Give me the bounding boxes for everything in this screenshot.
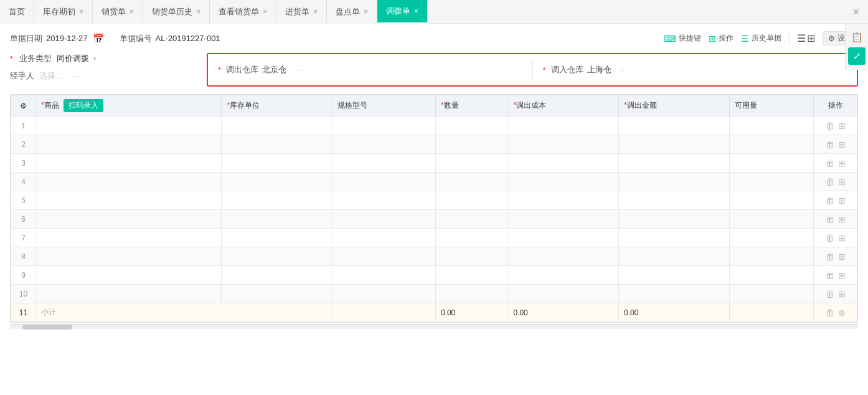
row-unit-9[interactable] — [222, 266, 333, 285]
row-amount-2[interactable] — [619, 135, 730, 154]
window-close-button[interactable]: × — [844, 0, 868, 24]
th-settings[interactable]: ⚙ — [11, 95, 36, 117]
tab-sales-order[interactable]: 销货单 × — [93, 0, 143, 24]
row-cost-2[interactable] — [508, 135, 619, 154]
scroll-thumb[interactable] — [22, 325, 72, 330]
row-spec-5[interactable] — [333, 191, 436, 210]
date-value[interactable]: 2019-12-27 — [46, 34, 88, 43]
delete-row-icon-8[interactable]: 🗑 — [826, 252, 834, 262]
tab-sales-order-close[interactable]: × — [130, 7, 134, 16]
copy-row-icon-1[interactable]: ⊞ — [838, 121, 846, 131]
delete-row-icon-10[interactable]: 🗑 — [826, 289, 834, 299]
row-amount-3[interactable] — [619, 154, 730, 173]
row-goods-7[interactable] — [36, 229, 222, 247]
operator-input[interactable]: 选择... — [39, 70, 62, 82]
row-amount-1[interactable] — [619, 117, 730, 135]
horizontal-scrollbar[interactable] — [10, 324, 858, 329]
row-available-6[interactable] — [729, 210, 813, 229]
copy-row-icon-10[interactable]: ⊞ — [838, 289, 846, 299]
tab-sales-history[interactable]: 销货单历史 × — [143, 0, 210, 24]
row-goods-4[interactable] — [36, 173, 222, 191]
row-amount-4[interactable] — [619, 173, 730, 191]
copy-row-icon-7[interactable]: ⊞ — [838, 233, 846, 243]
copy-row-icon-4[interactable]: ⊞ — [838, 177, 846, 187]
row-spec-3[interactable] — [333, 154, 436, 173]
row-qty-6[interactable] — [435, 210, 507, 229]
copy-row-icon-3[interactable]: ⊞ — [838, 158, 846, 168]
row-goods-10[interactable] — [36, 285, 222, 303]
row-goods-1[interactable] — [36, 117, 222, 135]
copy-row-icon-2[interactable]: ⊞ — [838, 140, 846, 150]
biz-type-select[interactable]: 同价调拨 ▾ — [57, 53, 97, 64]
row-available-5[interactable] — [729, 191, 813, 210]
row-goods-2[interactable] — [36, 135, 222, 154]
row-spec-9[interactable] — [333, 266, 436, 285]
delete-row-icon-2[interactable]: 🗑 — [826, 140, 834, 150]
row-qty-10[interactable] — [435, 285, 507, 303]
row-available-9[interactable] — [729, 266, 813, 285]
row-cost-3[interactable] — [508, 154, 619, 173]
calendar-icon[interactable]: 📅 — [93, 33, 105, 44]
delete-row-icon-3[interactable]: 🗑 — [826, 158, 834, 168]
row-available-1[interactable] — [729, 117, 813, 135]
tab-sales-history-close[interactable]: × — [196, 7, 200, 16]
row-unit-5[interactable] — [222, 191, 333, 210]
row-qty-7[interactable] — [435, 229, 507, 247]
layout-grid-icon[interactable]: ⊞ — [807, 32, 815, 44]
row-cost-1[interactable] — [508, 117, 619, 135]
row-amount-5[interactable] — [619, 191, 730, 210]
row-spec-10[interactable] — [333, 285, 436, 303]
row-qty-9[interactable] — [435, 266, 507, 285]
row-cost-6[interactable] — [508, 210, 619, 229]
row-amount-7[interactable] — [619, 229, 730, 247]
row-available-8[interactable] — [729, 247, 813, 266]
row-goods-6[interactable] — [36, 210, 222, 229]
biz-type-dropdown-icon[interactable]: ▾ — [93, 54, 97, 63]
row-qty-8[interactable] — [435, 247, 507, 266]
row-unit-8[interactable] — [222, 247, 333, 266]
delete-row-icon-9[interactable]: 🗑 — [826, 270, 834, 280]
shortcut-btn[interactable]: ⌨ 快捷键 — [664, 33, 701, 44]
row-unit-4[interactable] — [222, 173, 333, 191]
row-amount-9[interactable] — [619, 266, 730, 285]
row-cost-8[interactable] — [508, 247, 619, 266]
layout-lines-icon[interactable]: ☰ — [797, 32, 806, 44]
row-cost-7[interactable] — [508, 229, 619, 247]
row-available-2[interactable] — [729, 135, 813, 154]
tab-inventory-init[interactable]: 库存期初 × — [34, 0, 93, 24]
expand-sidebar-btn[interactable]: ⤢ — [848, 47, 866, 65]
row-goods-8[interactable] — [36, 247, 222, 266]
copy-icon[interactable]: ⊕ — [838, 308, 846, 318]
row-unit-6[interactable] — [222, 210, 333, 229]
delete-row-icon-5[interactable]: 🗑 — [826, 196, 834, 206]
delete-row-icon-7[interactable]: 🗑 — [826, 233, 834, 243]
in-warehouse-value[interactable]: 上海仓 — [587, 64, 611, 75]
delete-row-icon-1[interactable]: 🗑 — [826, 121, 834, 131]
row-qty-5[interactable] — [435, 191, 507, 210]
row-spec-1[interactable] — [333, 117, 436, 135]
row-cost-10[interactable] — [508, 285, 619, 303]
row-qty-2[interactable] — [435, 135, 507, 154]
row-qty-4[interactable] — [435, 173, 507, 191]
delete-icon[interactable]: 🗑 — [826, 308, 834, 318]
row-amount-8[interactable] — [619, 247, 730, 266]
copy-row-icon-5[interactable]: ⊞ — [838, 196, 846, 206]
tab-view-sales[interactable]: 查看销货单 × — [210, 0, 276, 24]
row-spec-7[interactable] — [333, 229, 436, 247]
row-cost-9[interactable] — [508, 266, 619, 285]
delete-row-icon-6[interactable]: 🗑 — [826, 214, 834, 224]
row-available-7[interactable] — [729, 229, 813, 247]
history-btn[interactable]: ☰ 历史单据 — [741, 33, 781, 44]
tab-transfer-close[interactable]: × — [414, 7, 418, 16]
tab-stocktake-close[interactable]: × — [364, 7, 368, 16]
row-cost-4[interactable] — [508, 173, 619, 191]
row-cost-5[interactable] — [508, 191, 619, 210]
in-warehouse-more-btn[interactable]: ··· — [620, 65, 628, 74]
out-warehouse-value[interactable]: 北京仓 — [262, 64, 286, 75]
tab-home[interactable]: 首页 — [0, 0, 34, 24]
row-unit-3[interactable] — [222, 154, 333, 173]
copy-row-icon-8[interactable]: ⊞ — [838, 252, 846, 262]
row-available-3[interactable] — [729, 154, 813, 173]
delete-row-icon-4[interactable]: 🗑 — [826, 177, 834, 187]
row-unit-1[interactable] — [222, 117, 333, 135]
